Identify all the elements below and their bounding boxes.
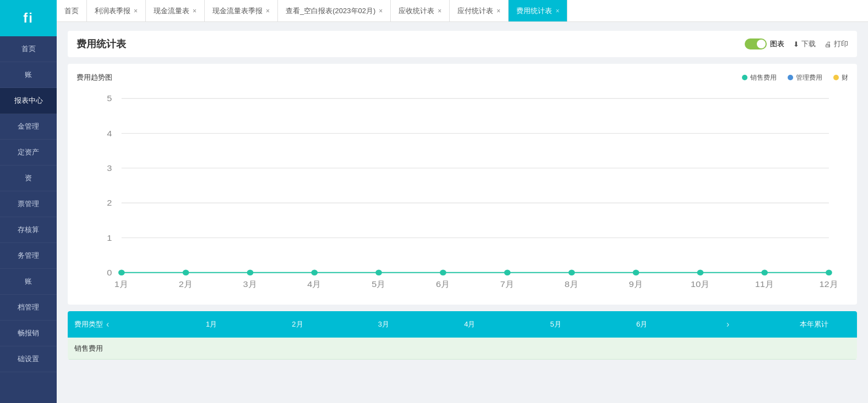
svg-point-35 bbox=[826, 270, 832, 276]
tab-bar: 首页 利润表季报 × 现金流量表 × 现金流量表季报 × 查看_空白报表(202… bbox=[57, 0, 868, 22]
td-next-placeholder bbox=[685, 344, 771, 353]
table-next-button[interactable]: › bbox=[727, 319, 729, 329]
chart-toggle[interactable] bbox=[745, 38, 767, 49]
svg-text:10月: 10月 bbox=[691, 280, 710, 289]
td-m5 bbox=[512, 344, 598, 353]
close-icon[interactable]: × bbox=[496, 7, 500, 15]
tab-cashflow-quarterly[interactable]: 现金流量表季报 × bbox=[205, 0, 278, 21]
content-area: 费用统计表 图表 ⬇ 下载 🖨 打印 费用趋势图 bbox=[57, 22, 868, 403]
legend-label-finance: 财 bbox=[842, 73, 848, 82]
tab-expense-stat[interactable]: 费用统计表 × bbox=[509, 0, 567, 21]
chart-toggle-label: 图表 bbox=[770, 39, 784, 49]
download-icon: ⬇ bbox=[793, 40, 799, 48]
legend-dot-sales bbox=[742, 75, 747, 80]
td-m2 bbox=[254, 344, 340, 353]
svg-text:9月: 9月 bbox=[629, 280, 643, 289]
page-title: 费用统计表 bbox=[77, 37, 126, 51]
chart-legend: 销售费用 管理费用 财 bbox=[742, 73, 848, 82]
svg-text:11月: 11月 bbox=[755, 280, 774, 289]
table-prev-button[interactable]: ‹ bbox=[106, 319, 109, 329]
sidebar-item-account[interactable]: 账 bbox=[0, 62, 57, 88]
svg-point-31 bbox=[569, 270, 575, 276]
th-m5: 5月 bbox=[512, 314, 598, 335]
sidebar-item-invoice-mgmt[interactable]: 票管理 bbox=[0, 191, 57, 217]
legend-mgmt: 管理费用 bbox=[788, 73, 822, 82]
legend-label-mgmt: 管理费用 bbox=[796, 73, 822, 82]
download-button[interactable]: ⬇ 下载 bbox=[793, 39, 816, 49]
svg-text:3月: 3月 bbox=[243, 280, 258, 289]
close-icon[interactable]: × bbox=[193, 7, 196, 15]
svg-text:2月: 2月 bbox=[179, 280, 193, 289]
sidebar-item-archive-mgmt[interactable]: 档管理 bbox=[0, 295, 57, 321]
print-icon: 🖨 bbox=[825, 40, 832, 48]
svg-text:0: 0 bbox=[107, 268, 112, 277]
th-ytd: 本年累计 bbox=[771, 314, 857, 335]
chart-toggle-wrap: 图表 bbox=[745, 38, 784, 49]
table-section: 费用类型 ‹ 1月 2月 3月 4月 5月 6月 › 本年累计 销售费用 bbox=[68, 311, 857, 360]
print-label: 打印 bbox=[834, 39, 848, 49]
th-next[interactable]: › bbox=[685, 314, 771, 335]
th-m1: 1月 bbox=[168, 314, 254, 335]
svg-text:7月: 7月 bbox=[500, 280, 515, 289]
chart-container: 0 1 2 3 4 5 1月 2月 3月 4月 5月 6月 7月 8月 9 bbox=[77, 87, 848, 296]
svg-point-27 bbox=[311, 270, 318, 276]
chart-header: 费用趋势图 销售费用 管理费用 财 bbox=[77, 73, 848, 82]
svg-text:6月: 6月 bbox=[436, 280, 450, 289]
close-icon[interactable]: × bbox=[555, 7, 559, 15]
sidebar-item-inventory[interactable]: 存核算 bbox=[0, 217, 57, 243]
sidebar-item-payable[interactable]: 账 bbox=[0, 269, 57, 295]
svg-point-29 bbox=[440, 270, 446, 276]
th-m6: 6月 bbox=[599, 314, 685, 335]
sidebar-item-investment[interactable]: 资 bbox=[0, 165, 57, 191]
th-m3: 3月 bbox=[341, 314, 427, 335]
tab-blank-report[interactable]: 查看_空白报表(2023年02月) × bbox=[278, 0, 391, 21]
svg-text:5: 5 bbox=[107, 94, 112, 103]
svg-text:3: 3 bbox=[107, 164, 112, 173]
page-header: 费用统计表 图表 ⬇ 下载 🖨 打印 bbox=[68, 31, 857, 57]
svg-text:4: 4 bbox=[107, 129, 112, 137]
tab-cashflow[interactable]: 现金流量表 × bbox=[146, 0, 205, 21]
svg-point-24 bbox=[118, 270, 125, 276]
svg-text:5月: 5月 bbox=[372, 280, 386, 289]
svg-text:8月: 8月 bbox=[565, 280, 579, 289]
svg-point-34 bbox=[761, 270, 768, 276]
header-actions: 图表 ⬇ 下载 🖨 打印 bbox=[745, 38, 848, 49]
sidebar-item-home[interactable]: 首页 bbox=[0, 36, 57, 62]
close-icon[interactable]: × bbox=[134, 7, 138, 15]
svg-text:2: 2 bbox=[107, 198, 112, 207]
tab-home[interactable]: 首页 bbox=[57, 0, 87, 21]
td-ytd bbox=[771, 344, 857, 353]
sidebar-item-service-mgmt[interactable]: 务管理 bbox=[0, 243, 57, 269]
tab-profit-quarterly[interactable]: 利润表季报 × bbox=[87, 0, 146, 21]
table-row: 销售费用 bbox=[68, 338, 857, 360]
legend-dot-mgmt bbox=[788, 75, 793, 80]
sidebar-item-report-center[interactable]: 报表中心 bbox=[0, 88, 57, 114]
td-m3 bbox=[341, 344, 427, 353]
download-label: 下载 bbox=[801, 39, 816, 49]
td-type: 销售费用 bbox=[68, 339, 168, 358]
print-button[interactable]: 🖨 打印 bbox=[825, 39, 848, 49]
main-area: 首页 利润表季报 × 现金流量表 × 现金流量表季报 × 查看_空白报表(202… bbox=[57, 0, 868, 403]
td-m6 bbox=[599, 344, 685, 353]
svg-text:4月: 4月 bbox=[307, 280, 321, 289]
tab-payable-stat[interactable]: 应付统计表 × bbox=[450, 0, 509, 21]
tab-receivable[interactable]: 应收统计表 × bbox=[391, 0, 450, 21]
table-header-row: 费用类型 ‹ 1月 2月 3月 4月 5月 6月 › 本年累计 bbox=[68, 311, 857, 338]
svg-point-25 bbox=[183, 270, 189, 276]
sidebar-item-sales-return[interactable]: 畅报销 bbox=[0, 321, 57, 346]
svg-point-33 bbox=[697, 270, 703, 276]
svg-text:1: 1 bbox=[107, 233, 112, 242]
sidebar-item-basic-settings[interactable]: 础设置 bbox=[0, 346, 57, 372]
chart-title: 费用趋势图 bbox=[77, 73, 112, 82]
th-m4: 4月 bbox=[427, 314, 512, 335]
th-type: 费用类型 ‹ bbox=[68, 314, 168, 335]
sidebar-item-fixed-assets[interactable]: 定资产 bbox=[0, 140, 57, 165]
legend-finance: 财 bbox=[833, 73, 848, 82]
close-icon[interactable]: × bbox=[379, 7, 383, 15]
chart-section: 费用趋势图 销售费用 管理费用 财 bbox=[68, 64, 857, 305]
sidebar-item-fund-mgmt[interactable]: 金管理 bbox=[0, 114, 57, 140]
svg-text:12月: 12月 bbox=[819, 280, 838, 289]
close-icon[interactable]: × bbox=[438, 7, 441, 15]
close-icon[interactable]: × bbox=[266, 7, 270, 15]
logo: fi bbox=[0, 0, 57, 36]
